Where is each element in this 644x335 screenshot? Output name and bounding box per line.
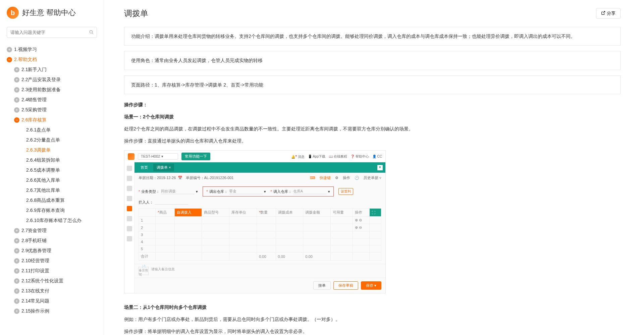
nav-2-6-5[interactable]: 2.6.5成本调整单	[7, 165, 97, 175]
scenario1-title: 场景一：2个仓库间调拨	[124, 113, 621, 121]
brand-title: 好生意 帮助中心	[22, 8, 76, 18]
nav-2-8[interactable]: +2.8手机旺铺	[7, 236, 97, 246]
nav-2-2[interactable]: +2.2产品安装及登录	[7, 75, 97, 85]
nav-2-6-6[interactable]: 2.6.6其他入库单	[7, 175, 97, 185]
info-path: 页面路径：1、库存核算->库存管理->调拨单 2、首页->常用功能	[124, 75, 621, 94]
ss-action: 常用功能一下	[181, 153, 210, 160]
nav-2-6-2[interactable]: 2.6.2分量盘点单	[7, 135, 97, 145]
scenario2-step: 操作步骤：将单据明细中的调入仓库设置为显示，同时将单据头的调入仓设置为非必录。	[124, 328, 621, 335]
ss-tab-db: 调拨单 ×	[153, 164, 174, 171]
share-icon	[601, 11, 605, 16]
nav-2-13[interactable]: +2.13在线支付	[7, 286, 97, 296]
brand: b 好生意 帮助中心	[7, 7, 97, 19]
info-function: 功能介绍：调拨单用来处理仓库间货物的转移业务。支持2个仓库间的调拨，也支持多个仓…	[124, 27, 621, 46]
nav-2-4[interactable]: +2.4销售管理	[7, 95, 97, 105]
nav-2-11[interactable]: +2.11打印设置	[7, 266, 97, 276]
scenario1-desc: 处理2个仓库之间的商品调拨，在调拨过程中不会发生商品数量的不一致性。主要处理近距…	[124, 125, 621, 133]
nav-2-6-8[interactable]: 2.6.8商品成本重算	[7, 196, 97, 206]
nav-2-12[interactable]: +2.12系统个性化设置	[7, 276, 97, 286]
svg-point-0	[90, 30, 92, 33]
scenario1-step: 操作步骤：直接通过单据头的调出仓库和调入仓库来处理。	[124, 137, 621, 145]
ss-btn-close: 挂单	[313, 281, 331, 290]
nav-2-6[interactable]: −2.6库存核算	[7, 115, 97, 125]
scenario2-title: 场景二：从1个仓库同时向多个仓库调拨	[124, 303, 621, 312]
nav-2-6-7[interactable]: 2.6.7其他出库单	[7, 185, 97, 196]
nav-2-6-10[interactable]: 2.6.10库存账本错了怎么办	[7, 216, 97, 226]
search-input[interactable]	[7, 27, 97, 38]
screenshot-1: TEST-H002 ▾ 常用功能一下 🔔● 消息 📱 App下载 📖 在线教程 …	[124, 150, 386, 293]
nav-2-5[interactable]: +2.5采购管理	[7, 105, 97, 115]
info-role: 使用角色：通常由业务人员发起调拨，仓管人员完成实物的转移	[124, 51, 621, 70]
ss-tab-home: 首页	[137, 164, 151, 171]
nav-2-9[interactable]: +2.9优惠券管理	[7, 246, 97, 256]
nav-2-15[interactable]: +2.15操作示例	[7, 306, 97, 316]
nav-2-6-4[interactable]: 2.6.4组装拆卸单	[7, 155, 97, 165]
nav-2-7[interactable]: +2.7资金管理	[7, 226, 97, 236]
nav-2-10[interactable]: +2.10经营管理	[7, 256, 97, 266]
nav-2-6-9[interactable]: 2.6.9库存账本查询	[7, 206, 97, 216]
nav-video[interactable]: +1.视频学习	[7, 45, 97, 55]
steps-heading: 操作步骤：	[124, 101, 621, 109]
nav-2-14[interactable]: +2.14常见问题	[7, 296, 97, 306]
brand-icon: b	[7, 7, 19, 19]
nav-2-3[interactable]: +2.3使用前数据准备	[7, 85, 97, 95]
nav-2-1[interactable]: +2.1新手入门	[7, 65, 97, 75]
ss-btn-save: 保存 ▾	[361, 281, 381, 290]
search-box	[7, 27, 97, 38]
ss-brand-icon	[128, 153, 135, 160]
scenario2-desc: 例如：用户有多个门店或办事处，新品到货后，需要从总仓同时向多个门店或办事处调拨。…	[124, 316, 621, 324]
nav-2-6-1[interactable]: 2.6.1盘点单	[7, 125, 97, 135]
search-icon[interactable]	[89, 30, 94, 35]
page-title: 调拨单	[124, 8, 148, 19]
share-button[interactable]: 分享	[596, 8, 621, 19]
nav-docs[interactable]: −2.帮助文档	[7, 55, 97, 65]
svg-line-1	[92, 33, 93, 34]
ss-btn-draft: 保存草稿	[333, 281, 358, 290]
nav-2-6-3[interactable]: 2.6.3调拨单	[7, 145, 97, 155]
ss-org-dropdown: TEST-H002 ▾	[138, 153, 178, 160]
